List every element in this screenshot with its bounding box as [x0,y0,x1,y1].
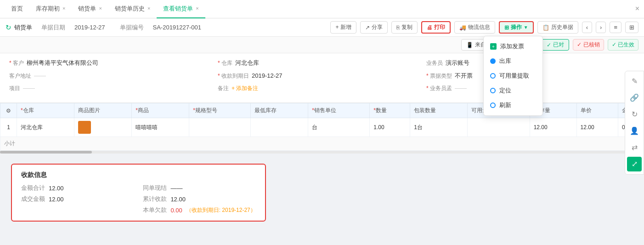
staff-value: 演示账号 [446,59,469,67]
address-value: —— [34,72,46,79]
total-value: 12.00 [49,185,64,192]
row-available [468,118,530,137]
tab-sales-history[interactable]: 销货单历史 × [108,0,157,18]
current-due-label: 本单欠款 [143,206,167,214]
copy-icon: ⎘ [396,24,400,31]
grid-view-button[interactable]: ⊞ [625,22,638,33]
row-model [189,118,251,137]
verify-button[interactable]: ✓ 已对 [542,39,569,51]
dropdown-available-pickup[interactable]: 可用量提取 [484,68,542,83]
project-field: 项目 —— [9,85,218,92]
col-product: *商品 [132,103,189,118]
tab-sales-order[interactable]: 销货单 × [72,0,108,18]
customer-value: 柳州粤港平安气体有限公司 [27,59,98,67]
form-section: 客户 柳州粤港平安气体有限公司 仓库 河北仓库 业务员 演示账号 客户地址 ——… [0,53,644,103]
dropdown-locate[interactable]: 定位 [484,83,542,98]
product-image [78,121,91,134]
payment-date-value: 2019-12-27 [252,72,282,79]
tab-close-view[interactable]: × [196,6,198,11]
due-date-note: （收款到期日: 2019-12-27） [186,206,256,214]
tab-view-sales[interactable]: 查看销货单 × [157,0,205,18]
sidebar-link-icon[interactable]: 🔗 [627,91,642,105]
total-amount-item: 金额合计 12.00 [21,184,134,192]
address-label: 客户地址 [9,72,31,80]
product-table-wrap: ⚙ *仓库 商品图片 *商品 *规格型号 最低库存 *销售单位 *数量 包装数量… [0,103,644,151]
dropdown-refresh[interactable]: 刷新 [484,98,542,113]
dropdown-outbound[interactable]: 出库 [484,54,542,68]
dropdown-add-invoice[interactable]: + 添加发票 [484,39,542,54]
number-value: SA-20191227-001 [153,24,202,31]
voided-button[interactable]: ✓ 已核销 [573,39,604,51]
col-unit-price: 单价 [576,103,618,118]
right-sidebar: ✎ 🔗 ↻ 👤 ⇄ ⤢ [625,71,644,175]
new-button[interactable]: + 新增 [330,21,356,34]
sidebar-transfer-icon[interactable]: ⇄ [627,140,642,155]
history-button[interactable]: 📋 历史单据 [537,21,578,34]
payment-section-wrapper: 收款信息 金额合计 12.00 同单现结 —— 成交金额 12.00 累计收款 … [0,154,644,232]
deal-amount-value: 12.00 [49,196,64,203]
customer-label: 客户 [9,59,24,67]
doc-type-label: 销货单 [14,23,32,32]
main-toolbar: ↻ 销货单 单据日期 2019-12-27 单据编号 SA-20191227-0… [0,18,644,37]
col-quantity: *数量 [370,103,410,118]
row-quantity: 1.00 [370,118,410,137]
payment-title: 收款信息 [21,171,256,179]
payment-section: 收款信息 金额合计 12.00 同单现结 —— 成交金额 12.00 累计收款 … [11,164,266,222]
same-order-value: —— [170,185,182,192]
sub-toolbar: 📱 来自手机 未开票 ✓ 已对 ✓ 已核销 ✓ 已生效 [0,37,644,53]
print-icon: 🖨 [427,24,432,31]
cumulative-value: 12.00 [170,196,186,203]
prev-button[interactable]: ‹ [582,22,592,33]
total-label: 金额合计 [21,184,45,192]
operate-dropdown: + 添加发票 出库 可用量提取 定位 刷新 [483,36,543,116]
col-warehouse: *仓库 [17,103,74,118]
table-header-row: ⚙ *仓库 商品图片 *商品 *规格型号 最低库存 *销售单位 *数量 包装数量… [0,103,644,118]
cumulative-label: 累计收款 [143,195,167,203]
payment-date-label: 收款到期日 [218,72,249,80]
product-table: ⚙ *仓库 商品图片 *商品 *规格型号 最低库存 *销售单位 *数量 包装数量… [0,103,644,151]
current-due-value: 0.00 [170,207,182,214]
list-view-button[interactable]: ≡ [610,22,621,33]
tab-close-sales[interactable]: × [99,6,102,11]
table-row: 1 河北仓库 嘻嘻嘻嘻 台 1.00 1台 12.00 12.00 0. [0,118,644,137]
tab-home[interactable]: 首页 [5,0,29,18]
share-button[interactable]: ↗ 分享 [360,21,388,34]
warehouse-label: 仓库 [218,59,232,67]
row-no: 1 [0,118,17,137]
phone-icon: 📱 [466,42,473,48]
doc-meta: 单据日期 2019-12-27 单据编号 SA-20191227-001 [41,23,201,32]
add-note-button[interactable]: 添加备注 [232,85,258,92]
col-unit: *销售单位 [308,103,370,118]
sales-staff-value: —— [455,85,467,91]
sidebar-user-icon[interactable]: 👤 [627,124,642,138]
sidebar-edit-icon[interactable]: ✎ [627,74,642,89]
copy-button[interactable]: ⎘ 复制 [391,21,418,34]
subtotal-row: 小计 [0,137,644,151]
note-label: 备注 [218,85,229,92]
effective-button[interactable]: ✓ 已生效 [608,39,638,51]
logistics-button[interactable]: 🚚 物流信息 [454,21,495,34]
payment-grid: 金额合计 12.00 同单现结 —— 成交金额 12.00 累计收款 12.00… [21,184,256,214]
add-invoice-icon: + [490,43,497,50]
subtotal-label: 小计 [0,137,644,151]
deal-amount-item: 成交金额 12.00 [21,195,134,203]
next-button[interactable]: › [596,22,606,33]
same-order-label: 同单现结 [143,184,167,192]
sales-staff-label: 业务员孟 [426,85,452,92]
tab-close-history[interactable]: × [147,6,150,11]
same-order-item: 同单现结 —— [143,184,255,192]
operate-button[interactable]: ⊞ 操作 ▼ [499,21,534,34]
scroll-indicator[interactable] [0,151,644,154]
payment-date-field: 收款到期日 2019-12-27 [218,72,426,80]
tab-inventory-init[interactable]: 库存期初 × [29,0,72,18]
truck-icon: 🚚 [459,24,466,31]
col-gear: ⚙ [0,103,17,118]
available-pickup-icon [490,73,496,79]
col-pack-qty: 包装数量 [410,103,468,118]
sidebar-refresh-icon[interactable]: ↻ [627,107,642,122]
print-button[interactable]: 🖨 打印 [421,21,451,34]
col-image: 商品图片 [74,103,132,118]
sidebar-expand-icon[interactable]: ⤢ [627,157,642,171]
tab-close-inventory[interactable]: × [62,6,65,11]
window-close-icon[interactable]: × [635,5,639,13]
